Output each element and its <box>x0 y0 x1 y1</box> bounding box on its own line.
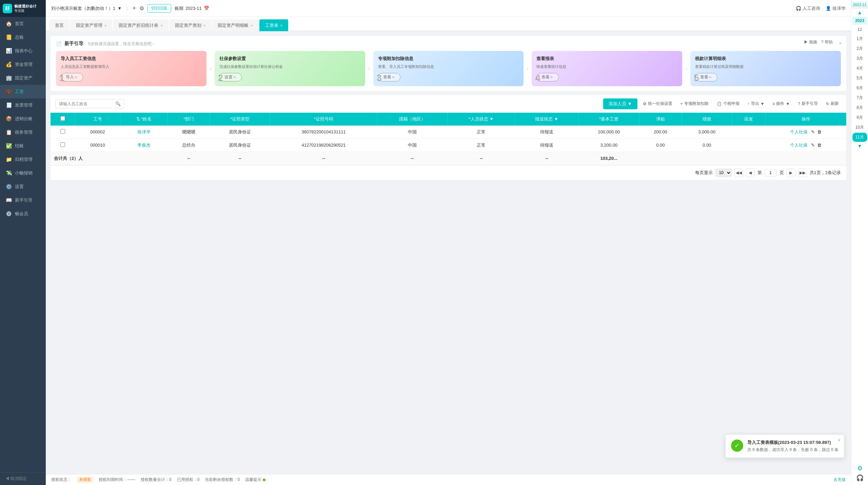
report-filter-icon: ▼ <box>554 116 558 122</box>
month-12[interactable]: 12 <box>852 25 867 34</box>
sidebar-item-ledger[interactable]: 📒 总账 <box>0 31 46 44</box>
page-size-select[interactable]: 10 20 50 <box>715 169 732 177</box>
emp-name-link[interactable]: 李俊杰 <box>137 143 151 148</box>
col-name[interactable]: ⇅ *姓名 <box>120 113 168 126</box>
unpin-sidebar-btn[interactable]: ◀ 取消固定 <box>0 472 46 485</box>
sidebar-item-member[interactable]: 🅥 畅会员 <box>0 207 46 221</box>
row-checkbox[interactable] <box>51 126 75 139</box>
next-page-btn[interactable]: ▶ <box>787 168 795 177</box>
sidebar-item-tax[interactable]: 📋 税务管理 <box>0 126 46 139</box>
name-cell[interactable]: 李俊杰 <box>120 138 168 152</box>
export-btn[interactable]: ↑ 导出 ▼ <box>745 99 767 108</box>
search-box[interactable]: 🔍 <box>55 99 124 108</box>
month-11[interactable]: 11月 <box>852 133 867 142</box>
year-up-btn[interactable]: ▲ <box>857 9 863 16</box>
month-10[interactable]: 10月 <box>852 123 867 132</box>
name-cell[interactable]: 徐泽华 <box>120 126 168 139</box>
video-link[interactable]: ▶ 视频 <box>804 39 817 45</box>
sidebar-item-inventory[interactable]: 📦 进销台账 <box>0 112 46 126</box>
sidebar-item-settings[interactable]: ⚙️ 设置 <box>0 180 46 193</box>
operations-btn[interactable]: ≡ 操作 ▼ <box>770 99 792 108</box>
account-selector[interactable]: 刘小艳演示账套（勿删勿动！）1 ▼ <box>51 5 122 12</box>
tab-fixed-assets-detail[interactable]: 固定资产明细账 × <box>212 19 258 31</box>
search-input[interactable] <box>59 101 113 106</box>
add-account-btn[interactable]: + <box>133 5 136 12</box>
month-6[interactable]: 6月 <box>852 83 867 93</box>
sidebar-item-invoices[interactable]: 🧾 发票管理 <box>0 98 46 112</box>
select-all-checkbox[interactable] <box>60 116 65 121</box>
month-9[interactable]: 9月 <box>852 113 867 122</box>
col-report-status[interactable]: 报送状态 ▼ <box>515 113 579 126</box>
year-label[interactable]: 2023 <box>852 17 867 25</box>
tab-close-icon[interactable]: × <box>160 23 162 27</box>
step-4-desc: 快速查看统计信息 <box>536 64 677 70</box>
sidebar-item-archive[interactable]: 📁 归档管理 <box>0 153 46 166</box>
tab-close-icon[interactable]: × <box>104 23 106 27</box>
tab-close-icon[interactable]: × <box>203 23 205 27</box>
prev-page-btn[interactable]: ◀ <box>746 168 755 177</box>
month-1[interactable]: 1月 <box>852 34 867 43</box>
month-3[interactable]: 3月 <box>852 54 867 63</box>
user-menu[interactable]: 👤 徐泽华 <box>826 5 846 12</box>
sidebar-item-reports[interactable]: 📊 报表中心 <box>0 44 46 58</box>
personal-insurance-link[interactable]: 个人社保 <box>790 129 808 134</box>
sidebar-item-fixed-assets[interactable]: 🏢 固定资产 <box>0 71 46 85</box>
sidebar-item-payroll[interactable]: 💼 工资 <box>0 85 46 98</box>
panel-help-icon[interactable]: 🎧 <box>856 474 864 482</box>
switch-version-btn[interactable]: 切到旧版 <box>147 4 171 13</box>
tab-fixed-assets-depreciation[interactable]: 固定资产折旧统计表 × <box>113 19 168 31</box>
col-status[interactable]: *人员状态 ▼ <box>448 113 515 126</box>
toast-close-btn[interactable]: × <box>838 437 841 443</box>
panel-settings-icon[interactable]: ⚙ <box>857 465 863 472</box>
help-link[interactable]: ? 帮助 <box>821 39 833 45</box>
period-selector[interactable]: 账期 2023-11 📅 <box>175 5 209 12</box>
add-btn-dropdown-icon: ▼ <box>628 101 632 106</box>
guide-btn[interactable]: ? 新手引导 <box>795 99 821 108</box>
refresh-btn[interactable]: ↻ 刷新 <box>823 99 842 108</box>
sidebar-item-expenses[interactable]: 💸 小畅报销 <box>0 166 46 180</box>
first-page-btn[interactable]: ◀◀ <box>734 168 743 177</box>
tab-close-icon[interactable]: × <box>280 23 282 27</box>
month-7[interactable]: 7月 <box>852 93 867 102</box>
last-page-btn[interactable]: ▶▶ <box>798 168 807 177</box>
month-8[interactable]: 8月 <box>852 103 867 112</box>
edit-icon[interactable]: ✎ <box>811 129 815 134</box>
month-4[interactable]: 4月 <box>852 64 867 73</box>
tab-fixed-assets-category[interactable]: 固定资产类别 × <box>169 19 211 31</box>
sidebar-item-guide[interactable]: 📖 新手引导 <box>0 193 46 207</box>
expand-panel-btn[interactable]: « <box>851 236 851 249</box>
guide-close-btn[interactable]: × <box>839 41 842 46</box>
help-btn[interactable]: 🎧 人工咨询 <box>796 5 820 12</box>
tab-home[interactable]: 首页 <box>49 19 70 31</box>
step-4-num: 4 <box>535 73 540 83</box>
delete-icon[interactable]: 🗑 <box>817 129 822 134</box>
month-2[interactable]: 2月 <box>852 44 867 53</box>
tab-close-icon[interactable]: × <box>251 23 253 27</box>
month-5[interactable]: 5月 <box>852 74 867 83</box>
emp-name-link[interactable]: 徐泽华 <box>137 129 151 134</box>
edit-icon[interactable]: ✎ <box>811 143 815 148</box>
recharge-link[interactable]: 去充值 <box>833 477 846 483</box>
tax-report-btn[interactable]: 📋 个税申报 <box>714 99 742 108</box>
sidebar-item-label: 资金管理 <box>15 61 33 68</box>
year-down-btn[interactable]: ▼ <box>857 143 863 149</box>
add-employee-btn[interactable]: 添加人员 ▼ <box>603 98 637 109</box>
account-settings-icon[interactable]: ⚙ <box>139 5 144 12</box>
sidebar-item-assets[interactable]: 💰 资金管理 <box>0 58 46 71</box>
personal-insurance-link[interactable]: 个人社保 <box>790 143 808 148</box>
delete-icon[interactable]: 🗑 <box>817 143 822 148</box>
sidebar-item-settlement[interactable]: ✅ 结账 <box>0 139 46 153</box>
sidebar-item-label: 小畅报销 <box>15 170 33 176</box>
social-insurance-label: 统一社保设置 <box>648 101 672 107</box>
row-checkbox[interactable] <box>51 138 75 152</box>
performance-cell: 3,000.00 <box>682 126 732 139</box>
tab-fixed-assets-mgmt[interactable]: 固定资产管理 × <box>70 19 112 31</box>
social-insurance-btn[interactable]: ⚙ 统一社保设置 <box>640 99 675 108</box>
col-checkbox[interactable] <box>51 113 75 126</box>
sidebar-item-home[interactable]: 🏠 首页 <box>0 17 46 31</box>
tab-payroll[interactable]: 工资表 × <box>259 19 288 31</box>
additional-deduction-btn[interactable]: + 专项附加扣除 <box>678 99 711 108</box>
period-value: 2023-11 <box>185 6 202 11</box>
reports-icon: 📊 <box>5 48 12 54</box>
page-number-input[interactable] <box>765 169 777 176</box>
